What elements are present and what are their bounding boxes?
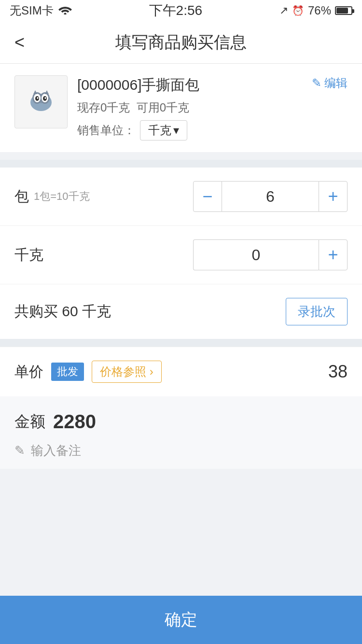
pencil-icon: ✎ bbox=[14, 443, 25, 458]
amount-value: 2280 bbox=[53, 411, 96, 433]
location-icon: ↗ bbox=[279, 4, 288, 17]
status-bar: 无SIM卡 下午2:56 ↗ ⏰ 76% bbox=[0, 0, 362, 21]
product-stock: 现存0千克 可用0千克 bbox=[77, 100, 348, 115]
product-icon bbox=[27, 85, 56, 119]
package-sublabel: 1包=10千克 bbox=[34, 189, 90, 204]
edit-button[interactable]: ✎ 编辑 bbox=[312, 75, 348, 91]
amount-label: 金额 bbox=[14, 411, 45, 433]
page-title: 填写商品购买信息 bbox=[115, 31, 247, 54]
dropdown-icon: ▾ bbox=[173, 124, 179, 137]
product-card: [0000006]手撕面包 现存0千克 可用0千克 销售单位： 千克 ▾ ✎ bbox=[0, 64, 362, 152]
wifi-icon bbox=[58, 4, 72, 17]
price-section: 单价 批发 价格参照 › 38 bbox=[0, 347, 362, 396]
back-button[interactable]: < bbox=[14, 32, 25, 53]
unit-select[interactable]: 千克 ▾ bbox=[140, 120, 187, 140]
kg-quantity-input[interactable] bbox=[193, 239, 319, 270]
alarm-icon: ⏰ bbox=[292, 5, 304, 16]
svg-point-0 bbox=[64, 13, 66, 15]
amount-row: 金额 2280 bbox=[14, 411, 348, 433]
price-label: 单价 bbox=[14, 362, 43, 382]
edit-icon: ✎ bbox=[312, 76, 321, 90]
batch-button[interactable]: 录批次 bbox=[286, 298, 348, 325]
package-quantity-input[interactable] bbox=[222, 181, 319, 212]
battery-percent: 76% bbox=[308, 4, 331, 17]
product-thumbnail bbox=[14, 75, 68, 128]
section-divider-1 bbox=[0, 160, 362, 168]
confirm-button[interactable]: 确定 bbox=[0, 596, 362, 644]
total-text: 共购买 60 千克 bbox=[14, 302, 111, 322]
kg-plus-button[interactable]: + bbox=[319, 239, 348, 270]
kg-label: 千克 bbox=[14, 245, 43, 265]
product-info: [0000006]手撕面包 现存0千克 可用0千克 销售单位： 千克 ▾ bbox=[77, 75, 348, 140]
price-reference-button[interactable]: 价格参照 › bbox=[92, 361, 162, 383]
kg-row: 千克 + bbox=[0, 226, 362, 284]
package-label: 包 bbox=[14, 187, 29, 207]
back-icon: < bbox=[14, 32, 25, 52]
product-unit: 销售单位： 千克 ▾ bbox=[77, 120, 348, 140]
nav-bar: < 填写商品购买信息 bbox=[0, 21, 362, 64]
svg-point-9 bbox=[45, 97, 46, 99]
svg-point-8 bbox=[37, 97, 39, 99]
note-label: 输入备注 bbox=[31, 442, 81, 459]
battery-icon bbox=[335, 6, 352, 15]
price-value: 38 bbox=[328, 362, 348, 382]
section-divider-2 bbox=[0, 339, 362, 347]
note-row[interactable]: ✎ 输入备注 bbox=[14, 442, 348, 459]
package-section: 包 1包=10千克 − + 千克 + 共购买 60 千克 录批次 bbox=[0, 168, 362, 339]
status-left: 无SIM卡 bbox=[10, 3, 72, 18]
carrier-label: 无SIM卡 bbox=[10, 3, 54, 18]
package-row: 包 1包=10千克 − + bbox=[0, 168, 362, 226]
package-controls: − + bbox=[193, 181, 348, 212]
package-plus-button[interactable]: + bbox=[319, 181, 348, 212]
confirm-label: 确定 bbox=[165, 609, 197, 631]
kg-controls: + bbox=[193, 239, 348, 270]
status-right: ↗ ⏰ 76% bbox=[279, 4, 352, 17]
gray-background bbox=[0, 469, 362, 614]
amount-section: 金额 2280 ✎ 输入备注 bbox=[0, 396, 362, 469]
status-time: 下午2:56 bbox=[149, 1, 203, 20]
product-name: [0000006]手撕面包 bbox=[77, 75, 348, 95]
package-minus-button[interactable]: − bbox=[193, 181, 222, 212]
price-type-tag: 批发 bbox=[51, 363, 84, 381]
total-row: 共购买 60 千克 录批次 bbox=[0, 284, 362, 339]
